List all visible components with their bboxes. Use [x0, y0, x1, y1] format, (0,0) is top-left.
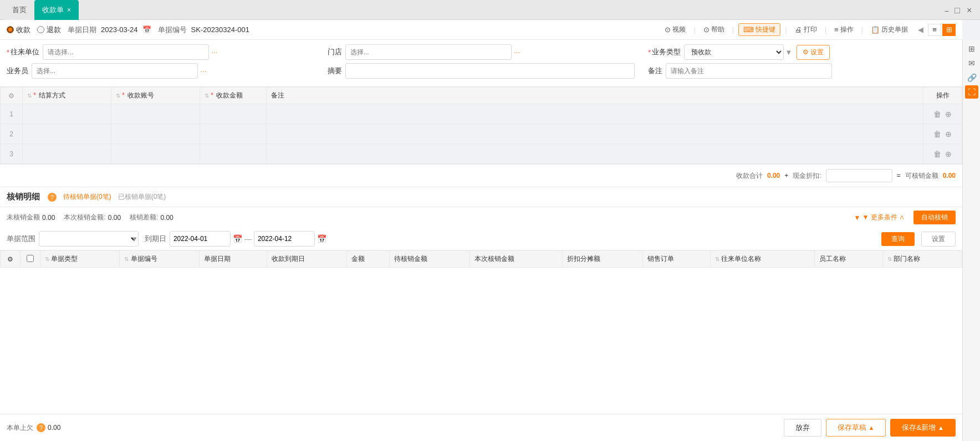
- doc-info: 单据日期 2023-03-24 📅: [68, 25, 151, 35]
- row3-copy-button[interactable]: ⊕: [944, 148, 953, 160]
- row1-amount[interactable]: [200, 104, 267, 124]
- biz-type-required: *: [648, 48, 651, 57]
- row1-delete-button[interactable]: 🗑: [932, 109, 942, 120]
- shortcuts-button[interactable]: ⌨ 快捷键: [738, 23, 780, 36]
- discount-input[interactable]: [826, 169, 892, 182]
- close-button[interactable]: ×: [967, 6, 976, 14]
- calendar-to-icon[interactable]: 📅: [317, 234, 326, 243]
- toolbar: 收款 退款 单据日期 2023-03-24 📅 单据编号 SK-20230324…: [0, 20, 962, 40]
- sidebar-link-icon[interactable]: 🔗: [965, 71, 978, 84]
- gear-icon: ⚙: [803, 48, 809, 56]
- refund-radio[interactable]: 退款: [37, 25, 61, 35]
- note-input[interactable]: [666, 63, 832, 79]
- select-all-checkbox[interactable]: [27, 255, 34, 262]
- history-icon: 📋: [871, 25, 880, 34]
- bth-doc-date: 单据日期: [199, 251, 267, 268]
- view-list-button[interactable]: ≡: [928, 24, 941, 36]
- biz-type-select[interactable]: 预收款: [684, 44, 784, 60]
- table-settings-icon[interactable]: ⚙: [8, 92, 14, 100]
- calendar-from-icon[interactable]: 📅: [233, 234, 242, 243]
- row2-delete-button[interactable]: 🗑: [932, 129, 942, 140]
- tab-home[interactable]: 首页: [4, 0, 34, 20]
- diff-value: 0.00: [160, 214, 173, 222]
- date-from-input[interactable]: [170, 231, 231, 247]
- row1-remark[interactable]: [267, 104, 923, 124]
- bth-discount: 折扣分摊额: [563, 251, 643, 268]
- row1-copy-button[interactable]: ⊕: [944, 109, 953, 120]
- verified-tag[interactable]: 已核销单据(0笔): [118, 192, 166, 202]
- row-num-3: 3: [1, 144, 23, 164]
- th-settings[interactable]: ⚙: [1, 88, 23, 104]
- row2-remark[interactable]: [267, 124, 923, 144]
- bth-settings[interactable]: ⚙: [1, 251, 21, 268]
- row3-amount[interactable]: [200, 144, 267, 164]
- row3-delete-button[interactable]: 🗑: [932, 148, 942, 160]
- verification-help-icon[interactable]: ?: [48, 193, 57, 202]
- row2-copy-button[interactable]: ⊕: [944, 129, 953, 140]
- nav-prev-button[interactable]: ◀: [916, 24, 926, 35]
- video-icon: ⊙: [665, 25, 671, 34]
- page-wrapper: 收款 退款 单据日期 2023-03-24 📅 单据编号 SK-20230324…: [0, 20, 980, 441]
- sidebar-table-icon[interactable]: ⊞: [965, 42, 978, 55]
- date-to-input[interactable]: [254, 231, 315, 247]
- summary-input[interactable]: [345, 63, 635, 79]
- video-button[interactable]: ⊙ 视频: [661, 24, 689, 35]
- help-button[interactable]: ⊙ 帮助: [700, 24, 728, 35]
- auto-verify-button[interactable]: 自动核销: [913, 211, 956, 224]
- print-label: 打印: [804, 25, 817, 34]
- store-more-icon[interactable]: ···: [512, 48, 523, 57]
- row3-settle[interactable]: [23, 144, 111, 164]
- save-draft-button[interactable]: 保存草稿 ▲: [826, 419, 886, 437]
- row1-account[interactable]: [111, 104, 200, 124]
- row3-actions: 🗑 ⊕: [923, 144, 962, 164]
- row3-remark[interactable]: [267, 144, 923, 164]
- tab-bar: 首页 收款单 × － □ ×: [0, 0, 980, 20]
- sidebar-expand-icon[interactable]: ⛶: [965, 85, 978, 99]
- partner-input[interactable]: [43, 44, 209, 60]
- maximize-button[interactable]: □: [955, 6, 963, 14]
- partner-required: *: [7, 48, 9, 57]
- footer-help-icon[interactable]: ?: [37, 423, 45, 432]
- content-area: 收款 退款 单据日期 2023-03-24 📅 单据编号 SK-20230324…: [0, 20, 962, 441]
- calendar-icon[interactable]: 📅: [142, 25, 151, 34]
- history-button[interactable]: 📋 历史单据: [867, 24, 911, 35]
- row1-settle[interactable]: [23, 104, 111, 124]
- operations-label: 操作: [840, 25, 854, 34]
- query-button[interactable]: 查询: [881, 232, 915, 246]
- bth-verify-amount: 本次核销金额: [470, 251, 563, 268]
- business-type-field: * 业务类型 预收款 ▼ ⚙ 设置: [648, 44, 956, 60]
- partner-more-icon[interactable]: ···: [209, 48, 220, 57]
- minimize-button[interactable]: －: [942, 6, 951, 14]
- doc-date-value: 2023-03-24: [101, 25, 138, 34]
- pending-tag[interactable]: 待核销单据(0笔): [63, 192, 111, 202]
- tab-receipt[interactable]: 收款单 ×: [34, 0, 79, 20]
- th-amount: ⇅ * 收款金额: [200, 88, 267, 104]
- bth-doc-no: ⇅ 单据编号: [120, 251, 199, 268]
- receipt-radio-input[interactable]: [7, 26, 14, 33]
- save-draft-label: 保存草稿: [838, 423, 866, 433]
- settings-button[interactable]: ⚙ 设置: [797, 45, 830, 60]
- row2-account[interactable]: [111, 124, 200, 144]
- more-conditions-button[interactable]: ▼ ▼ 更多条件 ∧: [854, 213, 905, 222]
- discard-button[interactable]: 放弃: [784, 419, 821, 437]
- receipt-radio[interactable]: 收款: [7, 25, 30, 35]
- row2-settle[interactable]: [23, 124, 111, 144]
- staff-input[interactable]: [32, 63, 198, 79]
- tab-close-icon[interactable]: ×: [67, 6, 71, 14]
- filter-icon: ▼: [854, 214, 861, 222]
- save-new-button[interactable]: 保存&新增 ▲: [890, 419, 956, 437]
- filter-settings-button[interactable]: 设置: [921, 232, 956, 247]
- staff-more-icon[interactable]: ···: [198, 66, 209, 75]
- bottom-table-section: ⚙ ⇅ 单据类型 ⇅ 单据编号: [0, 250, 962, 414]
- print-button[interactable]: 🖨 打印: [792, 24, 820, 35]
- biz-type-label: 业务类型: [652, 47, 681, 57]
- range-select[interactable]: [39, 231, 139, 247]
- view-grid-button[interactable]: ⊞: [942, 24, 956, 36]
- store-input[interactable]: [345, 44, 512, 60]
- data-table: ⚙ ⇅ * 结算方式 ⇅ * 收款账号 ⇅: [0, 87, 962, 164]
- row3-account[interactable]: [111, 144, 200, 164]
- operations-button[interactable]: ≡ 操作: [831, 24, 857, 35]
- row2-amount[interactable]: [200, 124, 267, 144]
- refund-radio-input[interactable]: [37, 26, 44, 33]
- sidebar-email-icon[interactable]: ✉: [965, 57, 978, 70]
